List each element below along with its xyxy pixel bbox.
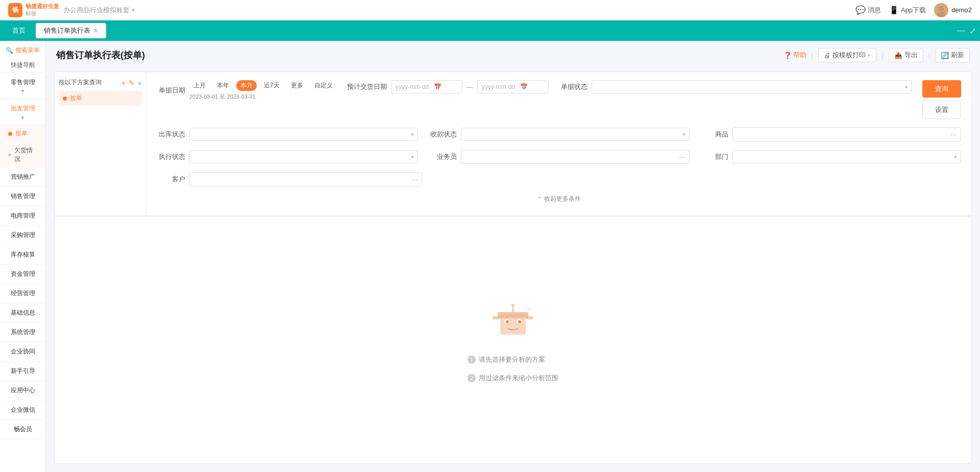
sidebar-item-inventory[interactable]: 库存核算 bbox=[0, 245, 45, 265]
tab-home[interactable]: 首页 bbox=[4, 23, 34, 38]
filter-fields-panel: 单据日期 上月 本年 本月 近7天 更多 自定义 20 bbox=[146, 72, 971, 216]
date-tab-last7[interactable]: 近7天 bbox=[260, 80, 284, 91]
sidebar-item-operations[interactable]: 经营管理 bbox=[0, 284, 45, 303]
date-tab-prev-month[interactable]: 上月 bbox=[189, 80, 210, 91]
order-status-select[interactable] bbox=[592, 80, 912, 93]
empty-tip-2-text: 用过滤条件来缩小分析范围 bbox=[479, 373, 558, 383]
sidebar-item-system-label: 系统管理 bbox=[11, 328, 35, 337]
filter-salesperson-field: 业务员 ··· bbox=[428, 150, 690, 164]
sidebar-item-wholesale-arrow: ▴ bbox=[21, 114, 24, 120]
refresh-button[interactable]: 🔄 刷新 bbox=[935, 48, 970, 62]
sidebar-item-wholesale[interactable]: 批发管理 ▴ bbox=[0, 99, 45, 125]
sidebar-item-member[interactable]: 畅会员 bbox=[0, 420, 45, 439]
sidebar-sub-item-arrears[interactable]: 欠货情况 bbox=[0, 142, 45, 168]
dept-select-wrap: ▾ bbox=[732, 150, 961, 163]
export-icon: 📤 bbox=[894, 52, 902, 59]
sidebar-item-retail[interactable]: 零售管理 ▾ bbox=[0, 73, 45, 99]
sidebar-item-finance-label: 资金管理 bbox=[11, 270, 35, 278]
logo-area: 畅 畅捷通好生意 标版 bbox=[8, 3, 59, 17]
top-bar-title[interactable]: 办公用品行业模拟账套 ▾ bbox=[63, 6, 135, 15]
print-dropdown-icon: ▾ bbox=[868, 52, 871, 59]
sidebar-item-basic[interactable]: 基础信息 bbox=[0, 303, 45, 323]
sidebar-item-member-label: 畅会员 bbox=[14, 425, 32, 434]
query-button[interactable]: 查询 bbox=[922, 80, 961, 98]
date-tab-this-month[interactable]: 本月 bbox=[236, 80, 257, 91]
sidebar-item-wxwork[interactable]: 企业微信 bbox=[0, 400, 45, 420]
tab-minimize-icon[interactable]: — bbox=[957, 26, 965, 36]
sidebar-item-finance[interactable]: 资金管理 bbox=[0, 265, 45, 284]
sidebar-item-ecommerce[interactable]: 电商管理 bbox=[0, 206, 45, 226]
sidebar-item-appstore[interactable]: 应用中心 bbox=[0, 381, 45, 400]
sidebar-search[interactable]: 🔍 搜索菜单 bbox=[0, 41, 45, 58]
export-label: 导出 bbox=[904, 51, 918, 60]
tab-sales-order[interactable]: 销售订单执行表 ✕ bbox=[36, 23, 106, 38]
svg-point-14 bbox=[525, 304, 527, 305]
sidebar-item-sales[interactable]: 销售管理 bbox=[0, 187, 45, 206]
scheme-item-order[interactable]: 按单 bbox=[59, 91, 142, 106]
tab-close-icon[interactable]: ✕ bbox=[93, 28, 98, 34]
sidebar-item-corp-label: 企业协同 bbox=[11, 347, 35, 356]
print-button[interactable]: 🖨 按模板打印 ▾ bbox=[818, 48, 876, 62]
sub-dot-arrears bbox=[8, 153, 11, 156]
empty-tip-1: 1 请先选择要分析的方案 bbox=[468, 355, 545, 364]
scheme-edit-icon[interactable]: ✎ bbox=[129, 79, 135, 87]
sidebar-item-basic-label: 基础信息 bbox=[11, 309, 35, 317]
collapse-more-button[interactable]: ⌃ 收起更多条件 bbox=[157, 191, 961, 207]
sidebar-item-sales-label: 销售管理 bbox=[11, 192, 35, 201]
scheme-add-icon[interactable]: + bbox=[121, 79, 126, 87]
help-button[interactable]: ❓ 帮助 bbox=[783, 51, 806, 60]
sidebar-item-guide[interactable]: 新手引导 bbox=[0, 362, 45, 381]
expected-date-end-input[interactable]: yyyy-mm-dd 📅 bbox=[477, 80, 549, 93]
date-tab-more[interactable]: 更多 bbox=[287, 80, 307, 91]
message-button[interactable]: 💬 消息 bbox=[855, 5, 881, 15]
customer-dots-icon[interactable]: ··· bbox=[411, 175, 418, 183]
sidebar-quick-nav[interactable]: 快捷导航 bbox=[0, 58, 45, 73]
collection-status-select[interactable] bbox=[461, 128, 690, 141]
filter-exec-status-field: 执行状态 ▾ bbox=[157, 150, 418, 163]
logo-text: 畅捷通好生意 标版 bbox=[26, 3, 59, 16]
sidebar-item-corp[interactable]: 企业协同 bbox=[0, 342, 45, 362]
logo-abbr: 畅 bbox=[12, 6, 18, 14]
filter-row-4: 客户 ··· bbox=[157, 172, 961, 186]
tip-num-1: 1 bbox=[468, 356, 476, 364]
dept-select[interactable] bbox=[732, 150, 961, 163]
empty-tip-2: 2 用过滤条件来缩小分析范围 bbox=[468, 373, 558, 383]
ship-status-select[interactable] bbox=[189, 128, 418, 141]
app-download-button[interactable]: 📱 App下载 bbox=[889, 6, 926, 15]
goods-input[interactable]: ··· bbox=[732, 127, 961, 141]
exec-status-select[interactable] bbox=[189, 150, 418, 163]
print-label: 按模板打印 bbox=[832, 51, 866, 60]
query-setting-buttons: 查询 设置 bbox=[922, 80, 961, 119]
top-bar-title-dropdown-icon[interactable]: ▾ bbox=[132, 6, 135, 14]
page-title: 销售订单执行表(按单) bbox=[56, 49, 145, 61]
date-label: 单据日期 bbox=[157, 86, 185, 95]
sidebar-item-system[interactable]: 系统管理 bbox=[0, 323, 45, 342]
scheme-collapse-icon[interactable]: « bbox=[138, 79, 142, 87]
salesperson-input[interactable]: ··· bbox=[461, 150, 690, 164]
date-tab-custom[interactable]: 自定义 bbox=[310, 80, 337, 91]
salesperson-dots-icon[interactable]: ··· bbox=[679, 153, 685, 161]
collection-status-select-wrap: ▾ bbox=[461, 128, 690, 141]
user-profile-button[interactable]: demo2 bbox=[934, 3, 972, 17]
sidebar-sub-item-order[interactable]: 按单 bbox=[0, 125, 45, 142]
export-button[interactable]: 📤 导出 bbox=[889, 48, 923, 62]
empty-illustration bbox=[487, 294, 538, 345]
goods-dots-icon[interactable]: ··· bbox=[950, 130, 957, 138]
logo-icon: 畅 bbox=[8, 3, 22, 17]
customer-label: 客户 bbox=[157, 175, 185, 184]
user-name: demo2 bbox=[951, 6, 972, 14]
tab-maximize-icon[interactable]: ⤢ bbox=[969, 26, 976, 36]
setting-button[interactable]: 设置 bbox=[922, 101, 961, 119]
sidebar-sub-menu: 按单 欠货情况 bbox=[0, 125, 45, 168]
svg-rect-10 bbox=[526, 316, 533, 319]
sidebar-item-inventory-label: 库存核算 bbox=[11, 250, 35, 259]
expected-date-start-placeholder: yyyy-mm-dd bbox=[396, 83, 429, 90]
filter-dept-field: 部门 ▾ bbox=[700, 150, 961, 163]
empty-tips: 1 请先选择要分析的方案 2 用过滤条件来缩小分析范围 bbox=[468, 355, 558, 387]
date-tab-this-year[interactable]: 本年 bbox=[213, 80, 233, 91]
tip-num-2: 2 bbox=[468, 374, 476, 382]
customer-input[interactable]: ··· bbox=[189, 172, 422, 186]
expected-date-start-input[interactable]: yyyy-mm-dd 📅 bbox=[391, 80, 462, 93]
sidebar-item-purchase[interactable]: 采购管理 bbox=[0, 226, 45, 245]
sidebar-item-marketing[interactable]: 营销推广 bbox=[0, 168, 45, 187]
